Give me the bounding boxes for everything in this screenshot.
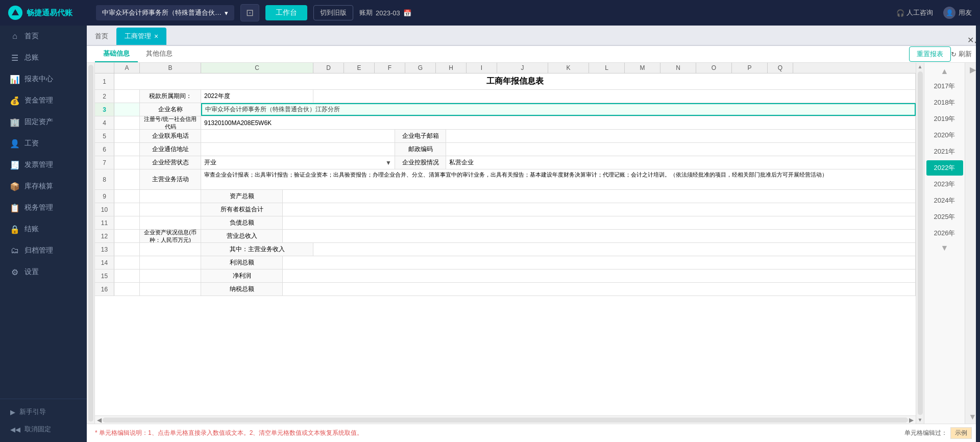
sidebar-item-tax[interactable]: 📋 税务管理 bbox=[0, 197, 87, 218]
scroll-right-arrow[interactable]: ▶ bbox=[908, 416, 915, 424]
cell-13a[interactable] bbox=[114, 243, 140, 256]
sidebar-item-unpin[interactable]: ◀◀ 取消固定 bbox=[0, 421, 87, 438]
sub-tab-other[interactable]: 其他信息 bbox=[138, 46, 181, 62]
cell-2d-rest[interactable] bbox=[313, 90, 916, 103]
v-scroll-track[interactable] bbox=[918, 71, 923, 415]
scroll-down-arrow[interactable]: ▼ bbox=[917, 416, 924, 424]
sidebar-item-home[interactable]: ⌂ 首页 bbox=[0, 26, 87, 47]
cell-10a[interactable] bbox=[114, 203, 140, 216]
sidebar-item-newhand[interactable]: ▶ 新手引导 bbox=[0, 403, 87, 421]
cell-13b[interactable] bbox=[140, 243, 201, 256]
year-item-2019[interactable]: 2019年 bbox=[926, 111, 963, 127]
cell-2c[interactable]: 2022年度 bbox=[201, 90, 313, 103]
year-item-2017[interactable]: 2017年 bbox=[926, 79, 963, 94]
cell-16d[interactable] bbox=[283, 283, 916, 296]
cell-11a[interactable] bbox=[114, 216, 140, 229]
cell-14b[interactable] bbox=[140, 256, 201, 269]
sidebar-item-archive[interactable]: 🗂 归档管理 bbox=[0, 240, 87, 261]
tab-home[interactable]: 首页 bbox=[87, 28, 116, 45]
table-row: 10 所有者权益合计 bbox=[95, 203, 916, 216]
cell-10d[interactable] bbox=[283, 203, 916, 216]
cell-15b[interactable] bbox=[140, 269, 201, 282]
cell-9d[interactable] bbox=[283, 190, 916, 203]
cell-15d[interactable] bbox=[283, 269, 916, 282]
tab-close-button[interactable]: × bbox=[154, 32, 158, 40]
cell-14a[interactable] bbox=[114, 256, 140, 269]
year-item-2020[interactable]: 2020年 bbox=[926, 128, 963, 143]
sub-tab-basic[interactable]: 基础信息 bbox=[95, 46, 138, 62]
year-item-2023[interactable]: 2023年 bbox=[926, 177, 963, 192]
vertical-scrollbar[interactable]: ▲ ▼ bbox=[916, 63, 924, 424]
calendar-icon[interactable]: 📅 bbox=[403, 9, 411, 17]
cell-7c[interactable]: 开业 ▼ bbox=[201, 156, 395, 169]
cell-2a[interactable] bbox=[114, 90, 140, 103]
workbench-button[interactable]: 工作台 bbox=[265, 5, 307, 20]
cell-4c[interactable]: 91320100MA208E5W6K bbox=[201, 116, 916, 129]
year-item-2022[interactable]: 2022年 bbox=[926, 160, 963, 176]
cell-11b[interactable] bbox=[140, 216, 201, 229]
cell-5a[interactable] bbox=[114, 130, 140, 142]
sidebar-item-fund[interactable]: 💰 资金管理 bbox=[0, 90, 87, 111]
refresh-button[interactable]: ↻ 刷新 bbox=[951, 50, 972, 59]
sidebar-item-inventory[interactable]: 📦 库存核算 bbox=[0, 176, 87, 197]
year-item-2025[interactable]: 2025年 bbox=[926, 209, 963, 225]
sidebar-item-ledger[interactable]: ☰ 总账 bbox=[0, 47, 87, 68]
cell-8c[interactable]: 审查企业会计报表；出具审计报告；验证企业资本；出具验资报告；办理企业合并、分立、… bbox=[201, 169, 916, 189]
scroll-track[interactable] bbox=[103, 418, 908, 423]
year-down-arrow[interactable]: ▼ bbox=[939, 241, 951, 255]
cell-6a[interactable] bbox=[114, 143, 140, 156]
cell-9b[interactable] bbox=[140, 190, 201, 203]
cell-3a[interactable] bbox=[114, 103, 140, 116]
cell-15a[interactable] bbox=[114, 269, 140, 282]
cell-11d[interactable] bbox=[283, 216, 916, 229]
old-version-button[interactable]: 切到旧版 bbox=[313, 5, 353, 20]
horizontal-scrollbar[interactable]: ◀ ▶ bbox=[95, 415, 916, 424]
cell-16a[interactable] bbox=[114, 283, 140, 296]
sidebar-item-salary[interactable]: 👤 工资 bbox=[0, 133, 87, 154]
window-close-button[interactable]: ✕ bbox=[967, 35, 974, 45]
period-value: 2023-03 bbox=[376, 9, 400, 17]
cell-3c-selected[interactable]: 中审众环会计师事务所（特殊普通合伙）江苏分所 bbox=[201, 103, 916, 116]
year-up-arrow[interactable]: ▲ bbox=[939, 65, 951, 78]
row-num-3: 3 bbox=[95, 103, 114, 116]
scroll-up-arrow[interactable]: ▲ bbox=[917, 63, 924, 70]
cell-5c[interactable] bbox=[201, 130, 395, 142]
scroll-left-arrow[interactable]: ◀ bbox=[96, 416, 103, 424]
logo: 畅捷通易代账 bbox=[8, 6, 90, 20]
sidebar-item-asset[interactable]: 🏢 固定资产 bbox=[0, 111, 87, 133]
cell-13d[interactable] bbox=[313, 243, 916, 256]
sidebar-item-report[interactable]: 📊 报表中心 bbox=[0, 68, 87, 90]
cell-14d[interactable] bbox=[283, 256, 916, 269]
year-item-2026[interactable]: 2026年 bbox=[926, 226, 963, 241]
tab-business-mgmt[interactable]: 工商管理 × bbox=[116, 28, 166, 45]
company-selector[interactable]: 中审众环会计师事务所（特殊普通合伙… ▾ bbox=[96, 5, 234, 20]
year-item-2018[interactable]: 2018年 bbox=[926, 95, 963, 110]
year-item-2021[interactable]: 2021年 bbox=[926, 144, 963, 159]
cell-16b[interactable] bbox=[140, 283, 201, 296]
cell-5k[interactable] bbox=[446, 130, 916, 142]
sidebar-item-close[interactable]: 🔒 结账 bbox=[0, 218, 87, 240]
cell-7k[interactable]: 私营企业 bbox=[446, 156, 916, 169]
sidebar-item-settings[interactable]: ⚙ 设置 bbox=[0, 261, 87, 283]
right-collapse-arrow[interactable]: ▶ bbox=[970, 65, 976, 75]
cell-9a[interactable] bbox=[114, 190, 140, 203]
sheet-scroll[interactable]: 1 工商年报信息表 2 税款所属期间： 2022年度 bbox=[95, 73, 916, 415]
cell-8a[interactable] bbox=[114, 169, 140, 189]
cell-10b[interactable] bbox=[140, 203, 201, 216]
cell-6k[interactable] bbox=[446, 143, 916, 156]
cell-4a[interactable] bbox=[114, 116, 140, 129]
table-row: 9 资产总额 bbox=[95, 190, 916, 203]
cell-title[interactable]: 工商年报信息表 bbox=[114, 73, 916, 89]
sidebar-label-asset: 固定资产 bbox=[24, 117, 53, 127]
sidebar-item-invoice[interactable]: 🧾 发票管理 bbox=[0, 154, 87, 176]
consulting-button[interactable]: 🎧 人工咨询 bbox=[896, 8, 933, 17]
user-info[interactable]: 👤 用友 bbox=[943, 7, 972, 19]
cell-9c: 资产总额 bbox=[201, 190, 283, 203]
cell-6c[interactable] bbox=[201, 143, 395, 156]
year-item-2024[interactable]: 2024年 bbox=[926, 193, 963, 208]
cell-12d[interactable] bbox=[283, 230, 916, 242]
copy-button[interactable]: ⊡ bbox=[240, 4, 259, 21]
reset-report-button[interactable]: 重置报表 bbox=[909, 46, 951, 62]
cell-12a[interactable] bbox=[114, 230, 140, 242]
cell-7a[interactable] bbox=[114, 156, 140, 169]
